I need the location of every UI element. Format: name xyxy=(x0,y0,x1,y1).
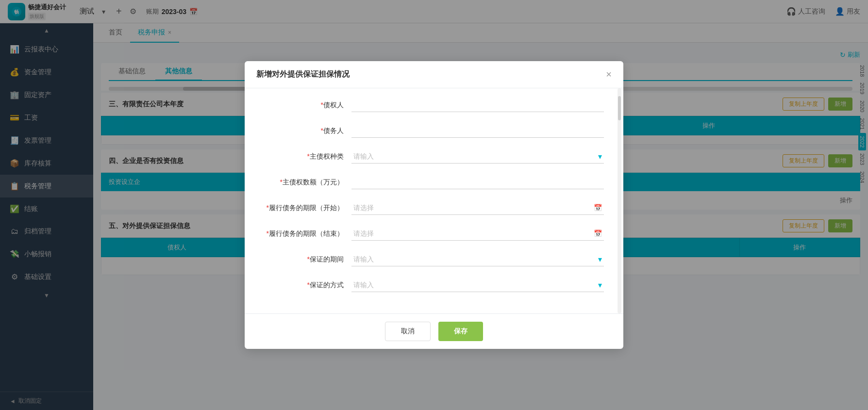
required-star: * xyxy=(307,255,310,263)
select-claim-type-wrap: ▾ xyxy=(351,149,604,164)
input-end-date[interactable] xyxy=(351,227,592,240)
chevron-down-period-icon[interactable]: ▾ xyxy=(596,255,604,264)
label-end-date: *履行债务的期限（结束） xyxy=(264,230,351,238)
label-creditor: *债权人 xyxy=(264,101,351,110)
select-guarantee-method-wrap: ▾ xyxy=(351,278,604,292)
date-end-wrap: 📅 xyxy=(351,227,604,241)
required-star: * xyxy=(280,178,283,186)
label-guarantee-period: *保证的期间 xyxy=(264,255,351,264)
input-claim-type[interactable] xyxy=(351,149,596,163)
input-guarantee-method[interactable] xyxy=(351,278,596,292)
cancel-button[interactable]: 取消 xyxy=(385,322,431,341)
chevron-down-method-icon[interactable]: ▾ xyxy=(596,280,604,290)
required-star: * xyxy=(307,281,310,289)
input-claim-amount[interactable] xyxy=(351,175,604,189)
modal-title: 新增对外提供保证担保情况 xyxy=(256,69,350,80)
required-star: * xyxy=(267,204,269,212)
label-debtor: *债务人 xyxy=(264,127,351,135)
calendar-start-icon[interactable]: 📅 xyxy=(592,204,604,212)
modal-close-btn[interactable]: × xyxy=(606,69,612,80)
modal-scrollbar-track xyxy=(618,88,621,313)
required-star: * xyxy=(307,152,310,160)
modal-header: 新增对外提供保证担保情况 × xyxy=(245,61,623,88)
label-guarantee-method: *保证的方式 xyxy=(264,281,351,290)
required-star: * xyxy=(321,127,323,134)
input-debtor[interactable] xyxy=(351,124,604,138)
field-start-date: *履行债务的期限（开始） 📅 xyxy=(264,201,604,215)
save-button[interactable]: 保存 xyxy=(438,322,483,341)
modal-scrollbar-thumb xyxy=(618,96,621,120)
required-star: * xyxy=(321,101,323,109)
required-star: * xyxy=(267,230,269,237)
label-claim-amount: *主债权数额（万元） xyxy=(264,178,351,187)
chevron-down-icon[interactable]: ▾ xyxy=(596,152,604,161)
calendar-end-icon[interactable]: 📅 xyxy=(592,230,604,237)
field-claim-amount: *主债权数额（万元） xyxy=(264,175,604,189)
input-guarantee-period[interactable] xyxy=(351,252,596,266)
select-guarantee-period-wrap: ▾ xyxy=(351,252,604,266)
modal: 新增对外提供保证担保情况 × *债权人 *债务人 xyxy=(245,61,623,349)
modal-body: *债权人 *债务人 *主债权种类 ▾ xyxy=(245,88,623,313)
field-claim-type: *主债权种类 ▾ xyxy=(264,149,604,164)
input-creditor[interactable] xyxy=(351,98,604,112)
field-end-date: *履行债务的期限（结束） 📅 xyxy=(264,227,604,241)
modal-footer: 取消 保存 xyxy=(245,313,623,349)
field-creditor: *债权人 xyxy=(264,98,604,112)
field-debtor: *债务人 xyxy=(264,124,604,138)
input-start-date[interactable] xyxy=(351,201,592,214)
field-guarantee-period: *保证的期间 ▾ xyxy=(264,252,604,266)
label-start-date: *履行债务的期限（开始） xyxy=(264,204,351,213)
date-start-wrap: 📅 xyxy=(351,201,604,215)
label-claim-type: *主债权种类 xyxy=(264,152,351,161)
field-guarantee-method: *保证的方式 ▾ xyxy=(264,278,604,292)
modal-overlay[interactable]: 新增对外提供保证担保情况 × *债权人 *债务人 xyxy=(0,0,868,410)
